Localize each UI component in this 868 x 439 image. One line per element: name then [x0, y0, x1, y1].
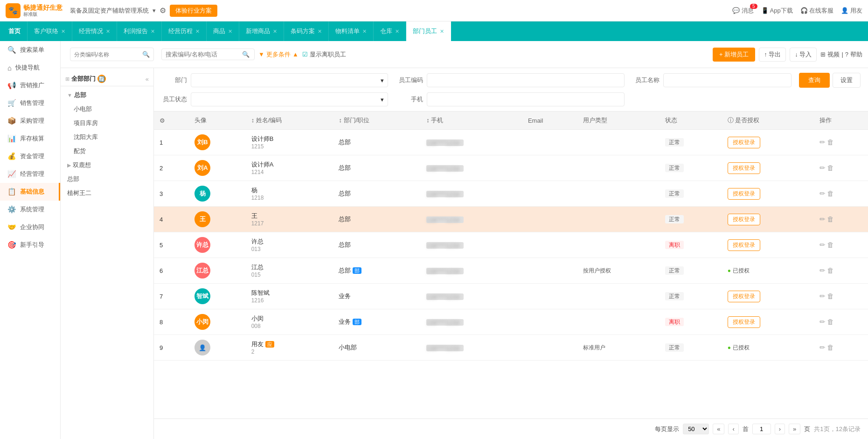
query-button[interactable]: 查询: [799, 73, 830, 88]
close-icon[interactable]: ✕: [228, 28, 232, 35]
sidebar-item-inventory[interactable]: 📊 库存核算: [0, 130, 60, 147]
tree-item-xiaodian[interactable]: 小电部: [61, 102, 153, 116]
authorize-button[interactable]: 授权登录: [728, 214, 760, 225]
dept-filter-select[interactable]: ▾: [191, 73, 388, 87]
edit-button[interactable]: ✏: [819, 164, 826, 172]
sidebar-item-finance[interactable]: 💰 资金管理: [0, 147, 60, 165]
experience-button[interactable]: 体验行业方案: [170, 5, 217, 17]
delete-button[interactable]: 🗑: [827, 164, 834, 172]
edit-button[interactable]: ✏: [819, 266, 826, 274]
delete-button[interactable]: 🗑: [827, 318, 834, 326]
edit-button[interactable]: ✏: [819, 215, 826, 223]
delete-button[interactable]: 🗑: [827, 189, 834, 197]
sys-title-arrow[interactable]: ▾: [153, 7, 156, 14]
tab-profit[interactable]: 利润报告 ✕: [117, 21, 162, 41]
tab-customer[interactable]: 客户联络 ✕: [28, 21, 72, 41]
authorize-button[interactable]: 授权登录: [728, 162, 760, 174]
close-icon[interactable]: ✕: [440, 28, 444, 35]
edit-button[interactable]: ✏: [819, 343, 826, 351]
sidebar-item-purchase[interactable]: 📦 采购管理: [0, 112, 60, 130]
tree-item-zongbu2[interactable]: 总部: [61, 172, 153, 186]
import-button[interactable]: ↓ 导入: [790, 48, 817, 62]
phone-input[interactable]: [427, 92, 624, 106]
close-icon[interactable]: ✕: [318, 28, 322, 35]
user-area[interactable]: 👤 用友: [841, 7, 862, 15]
emp-name-input[interactable]: [663, 73, 792, 87]
page-input[interactable]: [752, 424, 771, 434]
add-staff-button[interactable]: + 新增员工: [713, 48, 755, 62]
sidebar-item-basic-info[interactable]: 📋 基础信息: [0, 183, 60, 201]
dept-search-box[interactable]: 🔍: [70, 48, 154, 61]
column-setting-icon[interactable]: ⚙: [160, 117, 165, 124]
tab-process[interactable]: 经营历程 ✕: [162, 21, 207, 41]
view-toggle[interactable]: ⊞ 视频 | ? 帮助: [820, 50, 862, 59]
dept-search-input[interactable]: [74, 51, 140, 58]
delete-button[interactable]: 🗑: [827, 292, 834, 300]
sidebar-item-quick-nav[interactable]: ⌂ 快捷导航: [0, 59, 60, 77]
sidebar-item-search[interactable]: 🔍 搜索菜单: [0, 41, 60, 59]
close-icon[interactable]: ✕: [61, 28, 65, 35]
first-page-btn[interactable]: «: [713, 424, 724, 434]
close-icon[interactable]: ✕: [151, 28, 155, 35]
per-page-select[interactable]: 50 20 100: [683, 424, 709, 434]
col-settings[interactable]: ⚙: [154, 111, 189, 130]
close-icon[interactable]: ✕: [195, 28, 200, 35]
app-download[interactable]: 📱 App下载: [761, 7, 793, 15]
authorize-button[interactable]: 授权登录: [728, 137, 760, 148]
tab-warehouse[interactable]: 仓库 ✕: [374, 21, 406, 41]
authorize-button[interactable]: 授权登录: [728, 239, 760, 251]
reset-button[interactable]: 设置: [833, 73, 861, 88]
sidebar-item-system[interactable]: ⚙️ 系统管理: [0, 201, 60, 218]
tree-item-shenyang[interactable]: 沈阳大库: [61, 130, 153, 144]
message-icon-area[interactable]: 💬 5 消息: [732, 7, 754, 15]
tree-item-project[interactable]: 项目库房: [61, 116, 153, 130]
tab-home[interactable]: 首页: [2, 21, 28, 41]
sidebar-item-guide[interactable]: 🎯 新手引导: [0, 236, 60, 254]
sidebar-item-marketing[interactable]: 📢 营销推广: [0, 77, 60, 94]
sidebar-item-operations[interactable]: 📈 经营管理: [0, 165, 60, 183]
tab-new-goods[interactable]: 新增商品 ✕: [239, 21, 284, 41]
edit-button[interactable]: ✏: [819, 241, 826, 249]
gear-icon[interactable]: ⚙: [160, 6, 166, 15]
col-dept[interactable]: ↕ 部门/职位: [333, 111, 421, 130]
emp-code-input[interactable]: [427, 73, 624, 87]
edit-button[interactable]: ✏: [819, 292, 826, 300]
edit-button[interactable]: ✏: [819, 138, 826, 146]
sidebar-item-enterprise[interactable]: 🤝 企业协同: [0, 218, 60, 236]
staff-search-icon[interactable]: 🔍: [242, 51, 250, 58]
edit-button[interactable]: ✏: [819, 318, 826, 326]
export-button[interactable]: ↑ 导出: [759, 48, 786, 62]
close-icon[interactable]: ✕: [106, 28, 110, 35]
online-service[interactable]: 🎧 在线客服: [800, 7, 834, 15]
tab-goods[interactable]: 商品 ✕: [207, 21, 239, 41]
tab-barcode[interactable]: 条码方案 ✕: [284, 21, 329, 41]
more-filter-btn[interactable]: ▼ 更多条件 ▲: [258, 50, 299, 59]
dept-search-icon[interactable]: 🔍: [142, 51, 150, 58]
tab-dept-staff[interactable]: 部门员工 ✕: [406, 21, 451, 41]
next-page-btn[interactable]: ›: [775, 424, 785, 434]
prev-page-btn[interactable]: ‹: [728, 424, 738, 434]
edit-button[interactable]: ✏: [819, 189, 826, 197]
show-resigned-toggle[interactable]: ☑ 显示离职员工: [302, 50, 346, 59]
staff-search-input[interactable]: [166, 51, 240, 58]
delete-button[interactable]: 🗑: [827, 215, 834, 223]
delete-button[interactable]: 🗑: [827, 343, 834, 351]
tab-bom[interactable]: 物料清单 ✕: [329, 21, 374, 41]
emp-status-select[interactable]: ▾: [191, 92, 388, 106]
close-icon[interactable]: ✕: [395, 28, 399, 35]
tree-item-shuanglu[interactable]: ▶ 双鹿想: [61, 158, 153, 172]
collapse-tree-button[interactable]: «: [146, 76, 149, 83]
authorize-button[interactable]: 授权登录: [728, 188, 760, 200]
delete-button[interactable]: 🗑: [827, 138, 834, 146]
tree-item-zongbu[interactable]: ▼ 总部: [61, 88, 153, 102]
tree-item-zhishu[interactable]: 植树王二: [61, 186, 153, 200]
tab-operations[interactable]: 经营情况 ✕: [72, 21, 117, 41]
delete-button[interactable]: 🗑: [827, 241, 834, 249]
close-icon[interactable]: ✕: [362, 28, 367, 35]
last-page-btn[interactable]: »: [789, 424, 800, 434]
authorize-button[interactable]: 授权登录: [728, 316, 760, 328]
authorize-button[interactable]: 授权登录: [728, 291, 760, 302]
col-name[interactable]: ↕ 姓名/编码: [246, 111, 333, 130]
sidebar-item-sales[interactable]: 🛒 销售管理: [0, 94, 60, 112]
col-phone[interactable]: ↕ 手机: [421, 111, 522, 130]
